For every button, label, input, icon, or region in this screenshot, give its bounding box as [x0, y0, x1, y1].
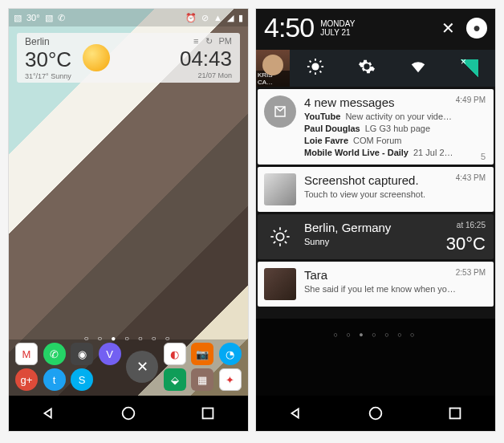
pm-label: PM — [219, 36, 233, 47]
notification-list: 4 new messagesYouTubeNew activity on you… — [256, 87, 495, 309]
svg-line-17 — [285, 242, 287, 243]
phone-shade: 4:50 MONDAY JULY 21 ✕ ● KRIS CA… 4 new m — [255, 8, 496, 432]
dock: Mg+✆t◉SV✕◐⬙📷▦◔✦ — [9, 339, 248, 394]
notification-chat[interactable]: TaraShe said if you let me know when you… — [258, 262, 494, 307]
svg-line-8 — [320, 71, 322, 72]
weather-cond: Sunny — [304, 236, 457, 248]
dnd-icon: ⊘ — [201, 13, 209, 23]
whatsapp-icon: ✆ — [58, 13, 65, 23]
svg-point-11 — [276, 234, 283, 241]
widget-hilo: 31°/17° Sunny — [25, 72, 71, 80]
svg-line-9 — [310, 71, 311, 72]
back-button[interactable] — [40, 404, 58, 422]
widget-city: Berlin — [25, 36, 71, 47]
notification-screenshot[interactable]: Screenshot captured.Touch to view your s… — [258, 167, 494, 212]
shade-day: MONDAY — [320, 19, 355, 28]
notification-line: YouTubeNew activity on your video: Hu… — [304, 111, 457, 123]
weather-clock-widget[interactable]: Berlin 30°C 31°/17° Sunny ≡ ↻ PM 04:43 2… — [17, 33, 240, 83]
user-avatar[interactable]: KRIS CA… — [256, 50, 290, 87]
app-camera[interactable]: ◉ — [71, 343, 93, 365]
list-icon[interactable]: ≡ — [193, 36, 198, 47]
svg-line-10 — [320, 60, 322, 62]
wifi-icon[interactable] — [409, 58, 427, 79]
home-button[interactable] — [120, 404, 137, 422]
app-viber[interactable]: V — [99, 343, 121, 365]
cell-icon[interactable] — [461, 59, 478, 77]
back-button[interactable] — [287, 404, 305, 422]
app-gplus[interactable]: g+ — [15, 368, 38, 391]
notification-time: at 16:25 — [457, 221, 486, 230]
svg-line-7 — [310, 60, 311, 62]
recent-button[interactable] — [446, 404, 464, 422]
svg-point-20 — [370, 408, 382, 420]
svg-line-19 — [285, 230, 287, 232]
notification-weather[interactable]: Berlin, GermanySunnyat 16:2530°C — [258, 214, 494, 259]
notification-line: Paul DouglasLG G3 hub page — [304, 123, 457, 135]
wifi-icon: ▲ — [213, 13, 222, 22]
profile-icon[interactable]: ● — [466, 18, 487, 39]
svg-line-18 — [274, 242, 275, 243]
alarm-off-icon: ⏰ — [185, 13, 197, 23]
sun-icon — [264, 221, 296, 253]
app-camera2[interactable]: 📷 — [191, 343, 213, 365]
svg-rect-1 — [203, 408, 213, 419]
close-icon[interactable]: ✕ — [441, 18, 455, 38]
status-temp: 30° — [26, 13, 40, 22]
app-photos[interactable]: ✦ — [219, 368, 242, 391]
shade-time: 4:50 — [264, 12, 314, 43]
notification-line: Loie FavreCOM Forum — [304, 135, 457, 147]
notification-line: Mobile World Live - Daily21 Jul 2014 |… — [304, 147, 457, 159]
notification-count: 5 — [481, 152, 486, 161]
battery-icon: ▮ — [238, 13, 243, 23]
settings-icon[interactable] — [358, 58, 376, 79]
app-folder[interactable]: ▦ — [191, 368, 213, 391]
brightness-icon[interactable] — [307, 58, 324, 79]
contact-photo — [264, 268, 296, 300]
weather-temp: 30°C — [446, 234, 486, 254]
screenshot-thumb — [264, 173, 296, 205]
picture-icon: ▧ — [45, 13, 53, 23]
app-chrome[interactable]: ◐ — [164, 343, 186, 365]
notification-time: 4:49 PM — [456, 96, 486, 104]
notification-sub: She said if you let me know when you.. — [304, 283, 457, 295]
svg-point-0 — [123, 408, 135, 420]
all-apps-button[interactable]: ✕ — [126, 351, 158, 383]
home-button[interactable] — [367, 404, 384, 422]
widget-clock: 04:43 — [180, 47, 232, 71]
notification-time: 4:43 PM — [456, 173, 486, 182]
app-twitter[interactable]: t — [43, 368, 66, 391]
widget-date: 21/07 Mon — [180, 71, 232, 79]
gmail-icon — [264, 96, 296, 128]
phone-home: ▧ 30° ▧ ✆ ⏰ ⊘ ▲ ◢ ▮ Berlin 30°C 31°/17° … — [8, 8, 249, 432]
quick-settings-row: KRIS CA… — [256, 50, 495, 87]
svg-rect-21 — [450, 408, 461, 419]
app-skype[interactable]: S — [71, 368, 93, 391]
svg-line-16 — [274, 230, 275, 232]
app-stats[interactable]: ◔ — [219, 343, 242, 365]
user-name: KRIS CA… — [256, 71, 290, 87]
picture-icon: ▧ — [14, 13, 22, 23]
sun-icon — [83, 44, 110, 71]
app-gmail[interactable]: M — [15, 343, 38, 365]
app-whatsapp[interactable]: ✆ — [43, 343, 66, 365]
svg-point-2 — [311, 63, 319, 70]
shade-date: JULY 21 — [320, 28, 355, 37]
app-maps[interactable]: ⬙ — [164, 368, 186, 391]
shade-header: 4:50 MONDAY JULY 21 ✕ ● — [256, 9, 495, 50]
refresh-icon[interactable]: ↻ — [205, 36, 213, 47]
status-bar: ▧ 30° ▧ ✆ ⏰ ⊘ ▲ ◢ ▮ — [9, 9, 248, 26]
signal-icon: ◢ — [227, 13, 234, 23]
notification-time: 2:53 PM — [456, 268, 486, 277]
notification-sub: Touch to view your screenshot. — [304, 189, 457, 201]
recent-button[interactable] — [199, 404, 217, 422]
notification-messages[interactable]: 4 new messagesYouTubeNew activity on you… — [258, 89, 494, 165]
page-indicator-dim: ○ ○ ● ○ ○ ○ ○ — [256, 331, 495, 339]
notification-shade: 4:50 MONDAY JULY 21 ✕ ● KRIS CA… 4 new m — [256, 9, 495, 431]
widget-temp: 30°C — [25, 47, 71, 72]
watermark: 366electric.com — [441, 421, 492, 429]
nav-bar — [9, 396, 248, 431]
